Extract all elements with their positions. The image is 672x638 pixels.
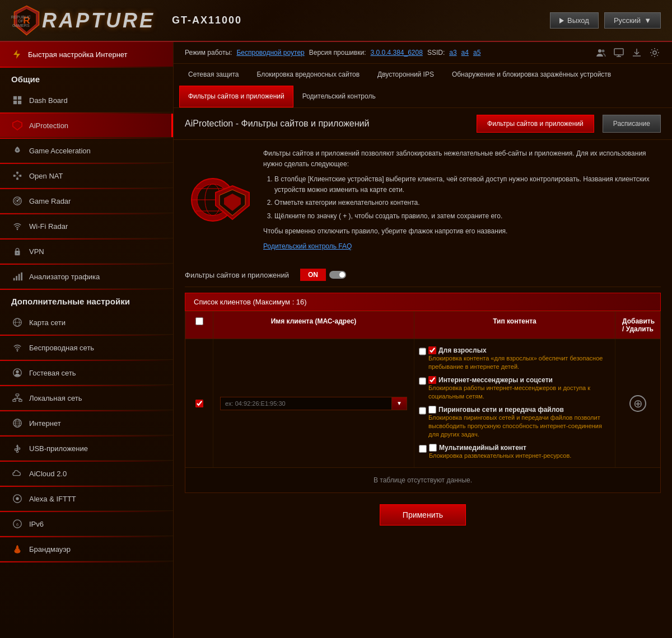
svg-rect-31 bbox=[18, 274, 20, 281]
mode-value-link[interactable]: Беспроводной роутер bbox=[236, 49, 304, 57]
alexa-label: Alexa & IFTTT bbox=[29, 495, 76, 503]
multimedia-inner-checkbox[interactable] bbox=[429, 444, 437, 452]
p2p-name: Пиринговые сети и передача файлов bbox=[438, 406, 564, 414]
svg-point-55 bbox=[16, 451, 18, 453]
ssid-a5-link[interactable]: а5 bbox=[473, 49, 480, 57]
aiprotection-logo bbox=[185, 148, 252, 252]
p2p-inner-checkbox[interactable] bbox=[428, 406, 436, 414]
aiprotection-label: AiProtection bbox=[29, 121, 68, 130]
svg-rect-7 bbox=[13, 96, 17, 100]
mac-dropdown-button[interactable]: ▼ bbox=[392, 397, 407, 410]
vpn-label: VPN bbox=[29, 247, 44, 256]
sidebar-item-traffic-analyzer[interactable]: Анализатор трафика bbox=[0, 265, 173, 289]
sidebar-item-game-radar[interactable]: Game Radar bbox=[0, 189, 173, 213]
header-right: Выход Русский ▼ bbox=[550, 12, 661, 29]
tab-ips[interactable]: Двусторонний IPS bbox=[368, 64, 443, 86]
tab-network-protection[interactable]: Сетевая защита bbox=[179, 64, 248, 86]
client-list-header: Список клиентов (Максимум : 16) bbox=[185, 293, 661, 311]
messengers-desc: Блокировка работы интернет-мессенджеров … bbox=[428, 384, 610, 401]
sidebar-item-usb[interactable]: USB-приложение bbox=[0, 437, 173, 461]
sidebar-item-wireless[interactable]: Беспроводная сеть bbox=[0, 336, 173, 360]
svg-rect-17 bbox=[16, 178, 18, 180]
description-section: Фильтры сайтов и приложений позволяют за… bbox=[185, 148, 661, 252]
faq-link[interactable]: Родительский контроль FAQ bbox=[263, 242, 352, 250]
btn-schedule[interactable]: Расписание bbox=[603, 115, 661, 133]
apply-button[interactable]: Применить bbox=[380, 504, 466, 526]
adults-outer-cb: Для взрослых Блокировка контента «для вз… bbox=[419, 346, 610, 372]
multimedia-outer-checkbox[interactable] bbox=[419, 445, 427, 453]
guest-network-label: Гостевая сеть bbox=[29, 369, 76, 377]
sidebar-item-firewall[interactable]: Брандмауэр bbox=[0, 537, 173, 561]
wifi-icon bbox=[11, 220, 24, 232]
sidebar-item-vpn[interactable]: VPN bbox=[0, 240, 173, 264]
ssid-a4-link[interactable]: а4 bbox=[461, 49, 469, 57]
toggle-slider[interactable] bbox=[329, 271, 346, 279]
sidebar-item-ipv6[interactable]: 6 IPv6 bbox=[0, 512, 173, 536]
tab-site-filters[interactable]: Фильтры сайтов и приложений bbox=[179, 86, 293, 107]
svg-rect-41 bbox=[19, 400, 22, 402]
grid-icon bbox=[11, 94, 24, 106]
aicloud-label: AiCloud 2.0 bbox=[29, 470, 67, 478]
sidebar-item-aicloud[interactable]: AiCloud 2.0 bbox=[0, 462, 173, 486]
sidebar-item-open-nat[interactable]: Open NAT bbox=[0, 164, 173, 188]
svg-point-13 bbox=[16, 149, 18, 151]
top-info-icons bbox=[595, 46, 661, 59]
users-icon[interactable] bbox=[595, 46, 607, 59]
sidebar-item-alexa[interactable]: Alexa & IFTTT bbox=[0, 487, 173, 511]
settings-icon[interactable] bbox=[648, 46, 661, 59]
toggle-control[interactable]: ON bbox=[300, 269, 346, 281]
svg-text:REPUBLIC: REPUBLIC bbox=[11, 15, 31, 19]
select-all-checkbox[interactable] bbox=[195, 317, 203, 325]
firmware-label: Версия прошивки: bbox=[309, 49, 366, 57]
adults-name: Для взрослых bbox=[438, 346, 487, 354]
description-para: Фильтры сайтов и приложений позволяют за… bbox=[263, 148, 661, 170]
quick-setup-item[interactable]: Быстрая настройка Интернет bbox=[0, 42, 173, 67]
add-rule-button[interactable]: ⊕ bbox=[629, 395, 646, 412]
sidebar-item-aiprotection[interactable]: AiProtection bbox=[0, 114, 173, 138]
tab-infected-devices[interactable]: Обнаружение и блокировка заражённых устр… bbox=[443, 64, 620, 86]
row-checkbox[interactable] bbox=[195, 400, 203, 407]
row-content-cell: Для взрослых Блокировка контента «для вз… bbox=[414, 339, 615, 467]
general-section-header: Общие bbox=[0, 68, 173, 88]
sidebar-item-network-map[interactable]: Карта сети bbox=[0, 311, 173, 335]
content-type-multimedia: Мультимедийный контент Блокировка развле… bbox=[419, 444, 610, 460]
monitor-icon[interactable] bbox=[613, 46, 625, 59]
download-icon[interactable] bbox=[631, 46, 643, 59]
row-client-cell: ▼ bbox=[213, 339, 414, 467]
top-info-bar: Режим работы: Беспроводной роутер Версия… bbox=[174, 42, 672, 64]
sidebar-item-wifi-radar[interactable]: Wi-Fi Radar bbox=[0, 214, 173, 238]
svg-point-28 bbox=[17, 252, 18, 254]
page-header: AiProtection - Фильтры сайтов и приложен… bbox=[174, 108, 672, 140]
adults-outer-checkbox[interactable] bbox=[419, 348, 426, 355]
sidebar-item-internet[interactable]: Интернет bbox=[0, 411, 173, 435]
svg-rect-32 bbox=[21, 273, 22, 280]
language-button[interactable]: Русский ▼ bbox=[604, 12, 661, 29]
svg-point-60 bbox=[598, 49, 601, 53]
sidebar-item-guest-network[interactable]: Гостевая сеть bbox=[0, 361, 173, 385]
wifi-radar-label: Wi-Fi Radar bbox=[29, 222, 68, 231]
svg-rect-14 bbox=[13, 175, 16, 177]
btn-filters-active[interactable]: Фильтры сайтов и приложений bbox=[477, 115, 594, 133]
messengers-outer-checkbox[interactable] bbox=[419, 377, 426, 385]
svg-text:6: 6 bbox=[16, 522, 18, 527]
ssid-a3-link[interactable]: а3 bbox=[449, 49, 456, 57]
ipv6-label: IPv6 bbox=[29, 520, 44, 528]
firmware-value-link[interactable]: 3.0.0.4.384_6208 bbox=[370, 49, 422, 57]
table-row: ▼ Для взрослых bbox=[185, 339, 660, 467]
multimedia-name: Мультимедийный контент bbox=[439, 444, 526, 452]
tab-malicious-sites[interactable]: Блокировка вредоносных сайтов bbox=[248, 64, 369, 86]
toggle-on-button[interactable]: ON bbox=[300, 269, 326, 281]
sidebar-item-dashboard[interactable]: Dash Board bbox=[0, 88, 173, 112]
sidebar-item-game-acceleration[interactable]: Game Acceleration bbox=[0, 139, 173, 163]
mac-input[interactable] bbox=[220, 397, 392, 410]
page-title: AiProtection - Фильтры сайтов и приложен… bbox=[185, 119, 468, 129]
adults-inner-checkbox[interactable] bbox=[428, 346, 436, 354]
content-type-p2p: Пиринговые сети и передача файлов Блокир… bbox=[419, 406, 610, 439]
tab-parental-control[interactable]: Родительский контроль bbox=[293, 86, 385, 107]
messengers-inner-checkbox[interactable] bbox=[428, 376, 436, 384]
p2p-outer-checkbox[interactable] bbox=[419, 407, 426, 415]
fire-icon bbox=[11, 543, 24, 555]
multimedia-desc: Блокировка развлекательных интернет-ресу… bbox=[429, 452, 571, 460]
sidebar-item-lan[interactable]: Локальная сеть bbox=[0, 386, 173, 410]
exit-button[interactable]: Выход bbox=[550, 12, 599, 29]
